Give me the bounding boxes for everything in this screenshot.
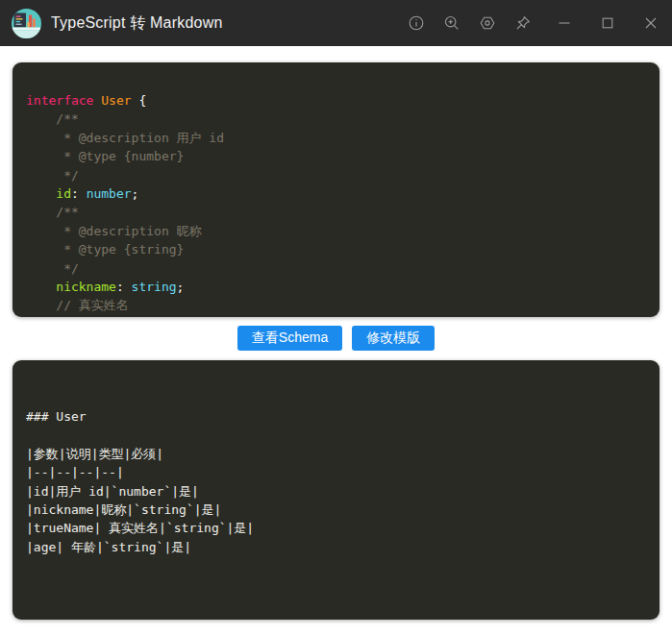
view-schema-button[interactable]: 查看Schema [237,326,342,351]
close-icon[interactable] [643,15,659,31]
window-controls [557,15,659,31]
typescript-code-panel: interface User { /** * @description 用户 i… [12,62,660,317]
info-icon[interactable] [409,15,424,31]
app-logo-icon [12,9,41,38]
edit-template-button[interactable]: 修改模版 [352,326,435,351]
typescript-code[interactable]: interface User { /** * @description 用户 i… [12,62,660,315]
titlebar-tools [409,15,531,31]
settings-icon[interactable] [480,15,495,31]
titlebar: TypeScript 转 Markdown [0,0,672,46]
maximize-icon[interactable] [600,15,615,31]
zoom-in-icon[interactable] [444,15,460,31]
action-button-row: 查看Schema 修改模版 [0,326,672,351]
minimize-icon[interactable] [557,15,572,31]
markdown-output-panel: ### User |参数|说明|类型|必须| |--|--|--|--| |id… [12,360,660,620]
markdown-output[interactable]: ### User |参数|说明|类型|必须| |--|--|--|--| |id… [12,360,660,556]
pin-icon[interactable] [515,15,531,31]
window-title: TypeScript 转 Markdown [51,13,222,34]
